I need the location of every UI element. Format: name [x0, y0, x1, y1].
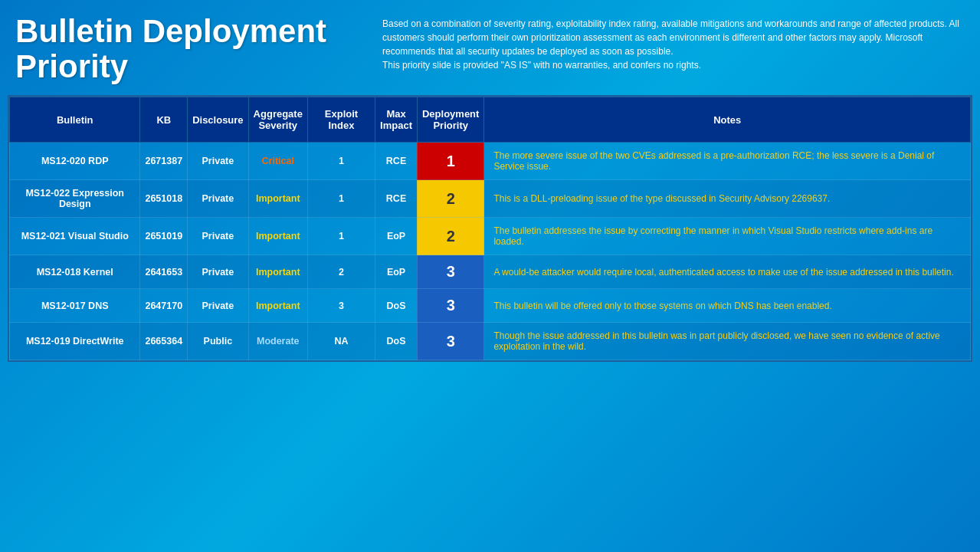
cell-kb: 2651019 [140, 218, 188, 255]
col-kb: KB [140, 97, 188, 143]
cell-exploit-index: 1 [307, 180, 375, 218]
table-row: MS12-018 Kernel 2641653 Private Importan… [10, 255, 971, 289]
col-bulletin: Bulletin [10, 97, 140, 143]
cell-notes: The more severe issue of the two CVEs ad… [484, 143, 971, 180]
table-row: MS12-017 DNS 2647170 Private Important 3… [10, 289, 971, 323]
description-text: Based on a combination of severity ratin… [382, 14, 965, 72]
cell-max-impact: EoP [375, 255, 418, 289]
cell-priority: 1 [417, 143, 483, 180]
cell-max-impact: RCE [375, 180, 418, 218]
bulletin-table: Bulletin KB Disclosure AggregateSeverity… [9, 97, 971, 360]
col-deployment-priority: DeploymentPriority [417, 97, 483, 143]
cell-severity: Important [248, 218, 307, 255]
main-table-container: Bulletin KB Disclosure AggregateSeverity… [8, 95, 972, 362]
cell-priority: 2 [417, 218, 483, 255]
cell-disclosure: Public [188, 323, 248, 360]
cell-exploit-index: 1 [307, 143, 375, 180]
table-row: MS12-019 DirectWrite 2665364 Public Mode… [10, 323, 971, 360]
page-title: Bulletin Deployment Priority [15, 14, 367, 84]
cell-disclosure: Private [188, 255, 248, 289]
header-section: Bulletin Deployment Priority Based on a … [0, 0, 980, 92]
cell-severity: Important [248, 180, 307, 218]
cell-bulletin: MS12-019 DirectWrite [10, 323, 140, 360]
cell-max-impact: RCE [375, 143, 418, 180]
description-line-2: This priority slide is provided "AS IS" … [382, 60, 701, 71]
cell-bulletin: MS12-022 Expression Design [10, 180, 140, 218]
cell-priority: 3 [417, 255, 483, 289]
cell-kb: 2665364 [140, 323, 188, 360]
cell-exploit-index: 2 [307, 255, 375, 289]
cell-disclosure: Private [188, 218, 248, 255]
cell-bulletin: MS12-020 RDP [10, 143, 140, 180]
cell-max-impact: DoS [375, 323, 418, 360]
description-line-1: Based on a combination of severity ratin… [382, 18, 959, 57]
table-row: MS12-020 RDP 2671387 Private Critical 1 … [10, 143, 971, 180]
cell-kb: 2671387 [140, 143, 188, 180]
cell-priority: 2 [417, 180, 483, 218]
cell-priority: 3 [417, 323, 483, 360]
cell-bulletin: MS12-021 Visual Studio [10, 218, 140, 255]
table-row: MS12-022 Expression Design 2651018 Priva… [10, 180, 971, 218]
col-disclosure: Disclosure [188, 97, 248, 143]
cell-notes: Though the issue addressed in this bulle… [484, 323, 971, 360]
table-row: MS12-021 Visual Studio 2651019 Private I… [10, 218, 971, 255]
cell-exploit-index: 1 [307, 218, 375, 255]
cell-disclosure: Private [188, 180, 248, 218]
cell-notes: This is a DLL-preloading issue of the ty… [484, 180, 971, 218]
cell-priority: 3 [417, 289, 483, 323]
cell-bulletin: MS12-018 Kernel [10, 255, 140, 289]
cell-max-impact: DoS [375, 289, 418, 323]
cell-severity: Moderate [248, 323, 307, 360]
cell-max-impact: EoP [375, 218, 418, 255]
cell-kb: 2651018 [140, 180, 188, 218]
cell-severity: Important [248, 255, 307, 289]
cell-severity: Critical [248, 143, 307, 180]
cell-exploit-index: NA [307, 323, 375, 360]
cell-kb: 2641653 [140, 255, 188, 289]
cell-severity: Important [248, 289, 307, 323]
cell-notes: The bulletin addresses the issue by corr… [484, 218, 971, 255]
col-max-impact: MaxImpact [375, 97, 418, 143]
cell-disclosure: Private [188, 289, 248, 323]
col-notes: Notes [484, 97, 971, 143]
cell-bulletin: MS12-017 DNS [10, 289, 140, 323]
cell-kb: 2647170 [140, 289, 188, 323]
table-header-row: Bulletin KB Disclosure AggregateSeverity… [10, 97, 971, 143]
col-aggregate-severity: AggregateSeverity [248, 97, 307, 143]
cell-disclosure: Private [188, 143, 248, 180]
col-exploit-index: Exploit Index [307, 97, 375, 143]
cell-exploit-index: 3 [307, 289, 375, 323]
cell-notes: A would-be attacker would require local,… [484, 255, 971, 289]
cell-notes: This bulletin will be offered only to th… [484, 289, 971, 323]
